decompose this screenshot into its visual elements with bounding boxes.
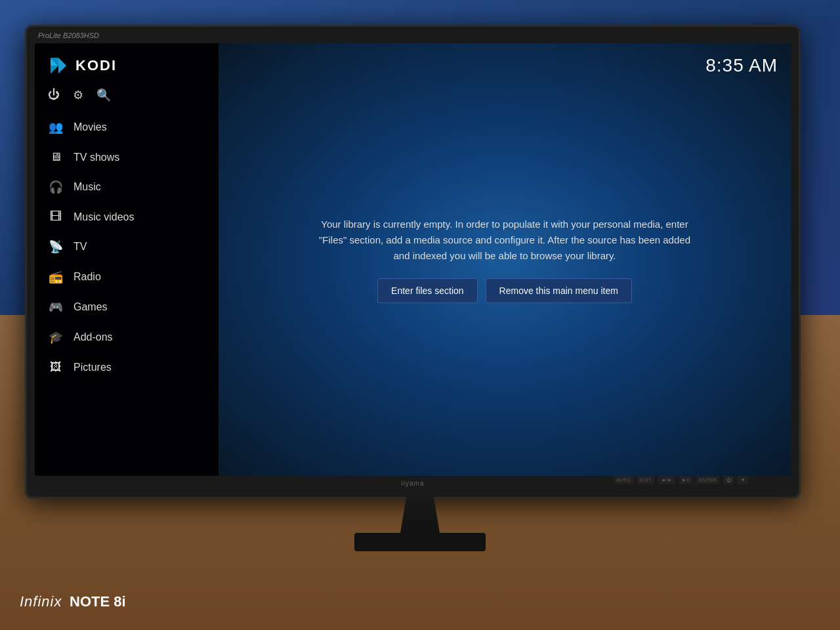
sidebar-header: KODI <box>35 43 219 83</box>
svg-marker-1 <box>58 58 66 74</box>
settings-icon[interactable]: ⚙ <box>73 88 83 102</box>
sidebar-item-radio-label: Radio <box>74 271 101 283</box>
sidebar-item-radio[interactable]: 📻 Radio <box>35 262 219 292</box>
nav-left-right-button[interactable]: ◄/► <box>658 476 675 484</box>
search-icon[interactable]: 🔍 <box>96 88 111 102</box>
monitor-screen: KODI ⏻ ⚙ 🔍 👥 Movies 🖥 TV shows <box>35 43 791 476</box>
svg-marker-3 <box>51 66 58 74</box>
sidebar-item-games[interactable]: 🎮 Games <box>35 292 219 322</box>
sidebar-item-movies[interactable]: 👥 Movies <box>35 112 219 142</box>
games-icon: 🎮 <box>48 300 64 314</box>
remove-menu-item-button[interactable]: Remove this main menu item <box>486 278 632 303</box>
monitor-brand: ProLite B2083HSD <box>38 32 99 39</box>
down-button[interactable]: ▼ <box>738 476 748 484</box>
sidebar-item-tv-label: TV <box>74 241 87 253</box>
exit-button[interactable]: EXIT <box>637 476 654 484</box>
phone-model: NOTE 8i <box>70 593 126 610</box>
sidebar-item-movies-label: Movies <box>74 121 107 133</box>
sidebar-item-music-label: Music <box>74 181 101 193</box>
auto-button[interactable]: AUTO <box>614 476 633 484</box>
sidebar-item-tv[interactable]: 📡 TV <box>35 232 219 262</box>
tv-shows-icon: 🖥 <box>48 150 64 164</box>
sidebar-item-games-label: Games <box>74 301 108 313</box>
music-videos-icon: 🎞 <box>48 210 64 224</box>
kodi-interface: KODI ⏻ ⚙ 🔍 👥 Movies 🖥 TV shows <box>35 43 791 476</box>
pictures-icon: 🖼 <box>48 360 64 374</box>
sidebar-item-add-ons[interactable]: 🎓 Add-ons <box>35 322 219 352</box>
monitor-controls: AUTO EXIT ◄/► ►II ENTER ⏻ ▼ <box>614 476 748 484</box>
radio-icon: 📻 <box>48 270 64 284</box>
enter-files-button[interactable]: Enter files section <box>377 278 478 303</box>
monitor: ProLite B2083HSD KODI ⏻ ⚙ <box>25 25 801 499</box>
sidebar-item-pictures[interactable]: 🖼 Pictures <box>35 352 219 382</box>
kodi-title: KODI <box>75 57 117 74</box>
sidebar-item-music-videos-label: Music videos <box>74 211 134 223</box>
sidebar-item-pictures-label: Pictures <box>74 362 112 373</box>
library-action-buttons: Enter files section Remove this main men… <box>314 278 695 303</box>
sidebar-item-tv-shows[interactable]: 🖥 TV shows <box>35 142 219 172</box>
phone-brand: Infinix <box>20 593 62 610</box>
sidebar-item-add-ons-label: Add-ons <box>74 331 113 343</box>
phone-watermark: Infinix NOTE 8i <box>20 593 126 610</box>
library-message-text: Your library is currently empty. In orde… <box>314 217 695 264</box>
sidebar-item-music-videos[interactable]: 🎞 Music videos <box>35 202 219 232</box>
sidebar: KODI ⏻ ⚙ 🔍 👥 Movies 🖥 TV shows <box>35 43 219 476</box>
add-ons-icon: 🎓 <box>48 330 64 345</box>
movies-icon: 👥 <box>48 120 64 135</box>
power-monitor-button[interactable]: ⏻ <box>723 476 734 484</box>
music-icon: 🎧 <box>48 180 64 194</box>
sidebar-item-music[interactable]: 🎧 Music <box>35 172 219 202</box>
enter-button[interactable]: ENTER <box>696 476 719 484</box>
library-empty-message: Your library is currently empty. In orde… <box>314 217 695 303</box>
main-content: 8:35 AM Your library is currently empty.… <box>219 43 791 476</box>
tv-icon: 📡 <box>48 240 64 254</box>
clock: 8:35 AM <box>705 55 778 76</box>
kodi-logo-icon <box>48 55 69 76</box>
monitor-base <box>354 533 486 551</box>
main-nav: 👥 Movies 🖥 TV shows 🎧 Music 🎞 Music vide… <box>35 112 219 476</box>
power-icon[interactable]: ⏻ <box>48 88 60 102</box>
sidebar-item-tv-shows-label: TV shows <box>74 152 119 163</box>
sidebar-toolbar: ⏻ ⚙ 🔍 <box>35 83 219 112</box>
play-button[interactable]: ►II <box>679 476 692 484</box>
